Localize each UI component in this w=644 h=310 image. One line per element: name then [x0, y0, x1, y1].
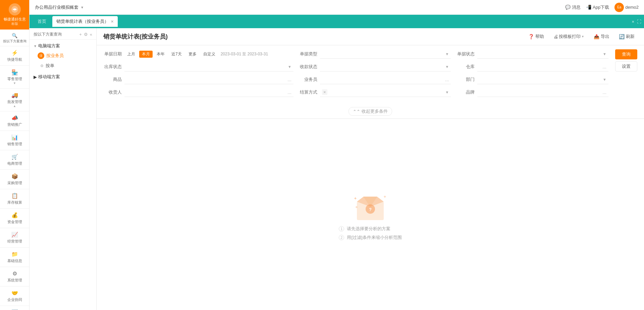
add-scheme-btn[interactable]: + [79, 32, 82, 37]
settlement-tag-remove[interactable]: × [323, 90, 326, 95]
settlement-tag: × [322, 89, 327, 95]
brand-dots[interactable]: ... [602, 90, 606, 95]
app-download-btn[interactable]: 📲 App下载 [586, 4, 609, 10]
sidebar-item-retail[interactable]: 🏪 零售管理 ▼ [0, 66, 30, 89]
refresh-btn[interactable]: 🔄 刷新 [616, 32, 637, 41]
logo-icon [9, 3, 21, 15]
export-label: 导出 [601, 34, 609, 40]
sidebar-item-marketing[interactable]: 📣 营销推广 [0, 111, 30, 131]
collapse-btn[interactable]: ⌃⌃ 收起更多条件 [348, 107, 392, 116]
sidebar-item-basic[interactable]: 📁 基础信息 [0, 248, 30, 267]
topbar: 办公用品行业模拟账套 ▾ 💬 消息 📲 App下载 Ea demo2 [30, 0, 644, 15]
page-header: 销货单统计表(按业务员) ❓ 帮助 🖨 按模板打印 ▼ 📤 [97, 28, 644, 45]
date-cur-btn[interactable]: 本月 [139, 51, 153, 58]
expand-window-icon[interactable]: ⛶ [637, 19, 641, 24]
help-btn[interactable]: ❓ 帮助 [526, 32, 547, 41]
salesperson-select[interactable]: ... [320, 75, 451, 84]
collapse-panel-btn[interactable]: « [90, 32, 92, 37]
svg-text:✦: ✦ [354, 196, 357, 201]
brand-select[interactable]: ... [477, 88, 608, 97]
marketing-icon: 📣 [11, 115, 18, 121]
breadcrumb-text: 办公用品行业模拟账套 [35, 4, 78, 10]
desktop-group-title[interactable]: ▼ 电脑端方案 [30, 42, 96, 50]
order-type-select[interactable]: ▼ [320, 49, 451, 59]
date-range-text: 2023-03-01 至 2023-03-31 [221, 51, 268, 57]
collapse-label: 收起更多条件 [362, 108, 388, 114]
user-menu[interactable]: Ea demo2 [614, 3, 639, 12]
field-brand: 品牌 ... [456, 88, 608, 97]
settlement-select[interactable]: × ▼ [320, 88, 451, 97]
topbar-right: 💬 消息 📲 App下载 Ea demo2 [565, 3, 639, 12]
print-btn[interactable]: 🖨 按模板打印 ▼ [551, 32, 587, 41]
receipt-status-select[interactable]: ▼ [320, 62, 451, 71]
export-btn[interactable]: 📤 导出 [591, 32, 612, 41]
warehouse-select[interactable]: ... [477, 62, 608, 71]
dept-label: 部门 [456, 76, 475, 83]
field-receipt-status: 收款状态 ▼ [299, 62, 451, 71]
quicknav-label: 快捷导航 [7, 57, 22, 62]
product-dots[interactable]: ... [287, 77, 291, 82]
field-salesperson: 业务员 ... [299, 75, 451, 84]
field-date: 单据日期 上月 本月 本年 近7天 更多 自定义 2023-03-01 至 20… [103, 51, 293, 58]
date-year-btn[interactable]: 本年 [154, 51, 167, 58]
scheme-settings-btn[interactable]: ⚙ [84, 32, 88, 37]
mobile-group-label: 移动端方案 [38, 74, 60, 80]
settings-btn[interactable]: 设置 [615, 61, 637, 71]
tab-active[interactable]: 销货单统计表（按业务员） ✕ [52, 16, 118, 27]
export-icon: 📤 [594, 34, 599, 39]
collapse-up-icon: ⌃⌃ [353, 109, 360, 114]
scheme-item-salesperson[interactable]: 业 按业务员 [30, 50, 96, 61]
dept-arrow: ▼ [603, 78, 606, 82]
sidebar-item-sales[interactable]: 📊 销售管理 [0, 131, 30, 150]
order-status-arrow: ▼ [603, 52, 606, 56]
wholesale-icon: 🚚 [11, 92, 18, 98]
tab-close-btn[interactable]: ✕ [111, 19, 114, 24]
date-prev-btn[interactable]: 上月 [124, 51, 138, 58]
sidebar-item-enterprise[interactable]: 🤝 企业协同 [0, 287, 30, 306]
sidebar-item-finance[interactable]: 💰 资金管理 [0, 209, 30, 228]
step-2-num: 2 [339, 235, 344, 240]
field-receiver: 收货人 ... [103, 88, 293, 97]
tab-home[interactable]: 首页 [32, 15, 52, 28]
sidebar-search[interactable]: 🔍 按以下方案查询 [0, 30, 30, 46]
left-panel-title: 按以下方案查询 [34, 32, 62, 37]
close-window-icon[interactable]: × [632, 19, 634, 24]
breadcrumb-dropdown-icon[interactable]: ▾ [81, 5, 83, 10]
ecommerce-icon: 🛒 [11, 154, 18, 160]
date-custom-btn[interactable]: 自定义 [201, 51, 218, 58]
date-more-btn[interactable]: 更多 [186, 51, 199, 58]
receiver-select[interactable]: ... [124, 88, 293, 97]
out-status-select[interactable]: ▼ [124, 62, 293, 71]
left-panel-header: 按以下方案查询 + ⚙ « [30, 28, 96, 40]
receiver-dots[interactable]: ... [287, 90, 291, 95]
query-btn[interactable]: 查询 [615, 49, 637, 59]
sidebar-item-ecommerce[interactable]: 🛒 电商管理 [0, 150, 30, 170]
mobile-group-title[interactable]: ▶ 移动端方案 [34, 74, 92, 80]
desktop-group-label: 电脑端方案 [38, 43, 60, 49]
sidebar-item-wholesale[interactable]: 🚚 批发管理 ▲ [0, 89, 30, 111]
triangle-icon: ▼ [34, 44, 37, 48]
sidebar-item-quicknav[interactable]: ⚡ 快捷导航 [0, 46, 30, 66]
sidebar-item-newuser[interactable]: 🆕 新手引导 [0, 306, 30, 310]
topbar-left: 办公用品行业模拟账套 ▾ [35, 4, 83, 10]
sidebar-item-inventory[interactable]: 📋 库存核算 [0, 189, 30, 209]
avatar: Ea [614, 3, 624, 12]
sales-icon: 📊 [11, 134, 18, 141]
empty-step-2: 2 用[过滤]条件来缩小分析范围 [339, 235, 401, 241]
warehouse-dots[interactable]: ... [602, 64, 606, 69]
order-status-select[interactable]: ▼ [477, 49, 608, 59]
salesperson-dots[interactable]: ... [445, 77, 449, 82]
sidebar-logo[interactable]: 畅捷通好生意 标版 [0, 0, 30, 30]
sidebar-item-purchase[interactable]: 📦 采购管理 [0, 170, 30, 189]
message-btn[interactable]: 💬 消息 [565, 4, 581, 10]
date-7-btn[interactable]: 近7天 [169, 51, 184, 58]
scheme-sub-order[interactable]: ⚙ 按单 [30, 61, 96, 70]
query-row-3: 商品 ... 业务员 ... [103, 75, 608, 84]
inventory-label: 库存核算 [7, 200, 22, 205]
dept-select[interactable]: ▼ [477, 75, 608, 84]
ecommerce-label: 电商管理 [7, 161, 22, 166]
sidebar-item-operations[interactable]: 📈 经营管理 [0, 228, 30, 248]
app-download-label: App下载 [593, 4, 609, 10]
product-select[interactable]: ... [124, 75, 293, 84]
sidebar-item-system[interactable]: ⚙ 系统管理 [0, 267, 30, 287]
